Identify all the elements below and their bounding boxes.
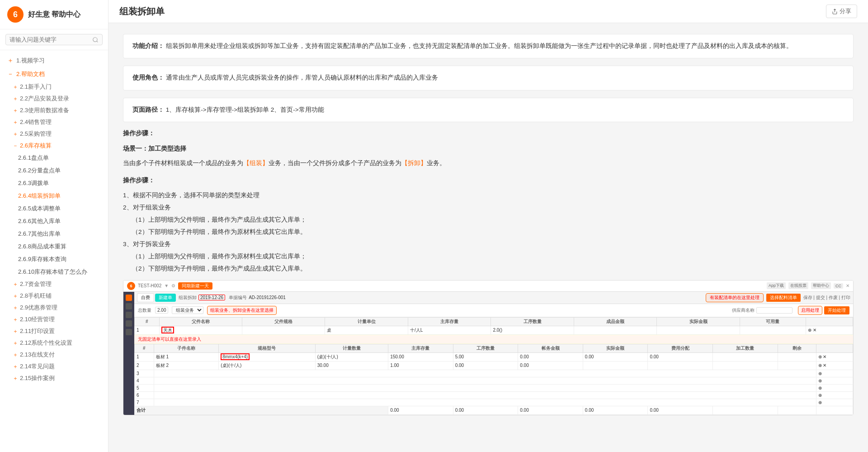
role-title: 使用角色：: [132, 74, 164, 81]
sidebar-item-leaf266[interactable]: 2.6.6其他入库单: [0, 215, 108, 228]
minus-icon: －: [13, 143, 18, 149]
mock-sidebar-icon-1: [126, 303, 132, 309]
plus-icon: ＋: [13, 340, 18, 346]
sidebar-item-leaf269[interactable]: 2.6.9库存账本查询: [0, 253, 108, 266]
sidebar-item-sub21[interactable]: ＋2.1新手入门: [0, 81, 108, 93]
mock-tab-new[interactable]: 新建单: [155, 294, 176, 302]
role-text: 通常由生产人员或库管人员完成拆装业务的操作，库管人员确认原材料的出库和产成品的入…: [166, 74, 438, 81]
plus-icon: ＋: [13, 305, 18, 311]
table-row: 1 板材 1 8mmx4(k+4) (桌)(十/人) 150.00 5.00 0…: [135, 352, 853, 361]
nav-list: ＋ 1.视频学习 － 2.帮助文档 ＋2.1新手入门 ＋2.2产品安装及登录 ＋…: [0, 50, 108, 452]
search-area: [0, 29, 108, 50]
sidebar-item-cat2[interactable]: － 2.帮助文档: [0, 67, 108, 81]
sidebar-item-sub25[interactable]: ＋2.5采购管理: [0, 128, 108, 140]
table-row: 2 板材 2 (桌)(十/人) 30.00 1.00 0.00 0.00: [135, 361, 853, 370]
ops-steps-sub-title: 操作步骤：: [123, 176, 854, 185]
step2-sub1: （1）上部明细为父件明细，最终作为产成品生成其它入库单；: [123, 214, 854, 226]
mock-type-select[interactable]: 组装业务 拆卸业务: [172, 306, 203, 314]
sidebar-item-sub213[interactable]: ＋2.13在线支付: [0, 349, 108, 361]
mock-header-id: TEST-H002: [138, 283, 161, 288]
mock-sidebar-icon-4: [126, 329, 132, 335]
sidebar: 6 好生意 帮助中心 ＋ 1.视频学习 － 2.帮助文档 ＋2.1新手入门 ＋2…: [0, 0, 108, 452]
mock-th-avail: 可用量: [740, 317, 806, 326]
sidebar-item-sub215[interactable]: ＋2.15操作案例: [0, 372, 108, 384]
sidebar-item-leaf261[interactable]: 2.6.1盘点单: [0, 152, 108, 164]
page-title: 组装拆卸单: [119, 5, 165, 18]
mock-lower-table: # 子件名称 规格型号 计量数量 主库存量 工序数量 帐务金额 实际金额 费用分: [134, 344, 853, 415]
table-row: 3⊕: [135, 370, 853, 377]
mock-form-no-label: 单据编号: [229, 295, 247, 301]
sidebar-item-sub28[interactable]: ＋2.8手机旺铺: [0, 290, 108, 302]
mock-top-icon-help: 帮助中心: [811, 282, 831, 289]
mock-new-btn[interactable]: 同期新建一天: [178, 282, 212, 290]
sidebar-item-sub24[interactable]: ＋2.4销售管理: [0, 116, 108, 128]
mock-start-btn[interactable]: 开始处理: [824, 306, 849, 314]
mock-form-row: 总数量 2.00 组装业务 拆卸业务 组装业务、拆卸业务在这里选择: [134, 304, 853, 317]
plus-icon: ＋: [13, 375, 18, 381]
sidebar-item-sub212[interactable]: ＋2.12系统个性化设置: [0, 337, 108, 349]
step3: 3、对于拆装业务: [123, 238, 854, 250]
mock-tab-zifei[interactable]: 自费: [137, 293, 154, 302]
mock-ui: 6 TEST-H002 ▼ ⚙ 同期新建一天 App下载 在线投票 帮助中心 C…: [123, 281, 853, 415]
intro-block: 功能介绍： 组装拆卸单用来处理企业组装或拆卸等加工业务，支持有固定装配清单的产品…: [123, 34, 854, 58]
mock-th-unit: 计量单位: [325, 317, 408, 326]
plus-icon: ＋: [13, 352, 18, 358]
mock-qty-label: 总数量: [138, 307, 151, 314]
sidebar-item-leaf265[interactable]: 2.6.5成本调整单: [0, 202, 108, 215]
mock-qty-value: 2.00: [155, 307, 168, 314]
logo-area: 6 好生意 帮助中心: [0, 0, 108, 29]
sidebar-item-leaf264[interactable]: 2.6.4组装拆卸单: [0, 190, 108, 202]
table-row: 7⊕: [135, 399, 853, 406]
mock-action-btns: 保存 | 提交 | 作废 | 打印: [803, 295, 850, 301]
mock-th-action: [806, 317, 853, 326]
sidebar-item-sub214[interactable]: ＋2.14常见问题: [0, 361, 108, 372]
mock-brand-icon: 6: [127, 282, 135, 290]
mock-table-footer: 合计 0.00 0.00 0.00 0.00 0.00: [135, 406, 853, 414]
sidebar-item-sub29[interactable]: ＋2.9优惠券管理: [0, 302, 108, 314]
mock-form-label-date: 组装拆卸: [179, 295, 197, 301]
table-row: 5⊕: [135, 384, 853, 391]
mock-form-no-value: AD-20191226-001: [249, 295, 286, 300]
mock-supplier-input[interactable]: [756, 307, 793, 314]
plus-icon: ＋: [13, 281, 18, 287]
mock-select-bom-btn[interactable]: 选择配料清单: [766, 294, 801, 302]
table-row: 4⊕: [135, 377, 853, 384]
sidebar-item-leaf2610[interactable]: 2.6.10库存账本错了怎么办: [0, 266, 108, 278]
scene1-title: 场景一：加工类型选择: [123, 145, 854, 153]
search-input[interactable]: [9, 36, 92, 43]
mock-top-icon-vote: 在线投票: [788, 282, 808, 289]
table-row: 6⊕: [135, 391, 853, 399]
step3-sub1: （1）上部明细为父件明细，最终作为原材料生成其它出库单；: [123, 250, 854, 262]
sidebar-item-leaf268[interactable]: 2.6.8商品成本重算: [0, 240, 108, 253]
plus-icon: ＋: [13, 293, 18, 299]
mock-sidebar-icon-3: [126, 320, 132, 327]
scene1-desc: 当由多个子件材料组装成一个成品的业务为【组装】业务，当由一个父件拆分成多个子产品…: [123, 157, 854, 169]
mock-upper-table-container: # 父件名称 父件规格 计量单位 主库存量 工序数量 成品金额 实际金额 可用量: [134, 317, 853, 335]
sidebar-item-leaf262[interactable]: 2.6.2分量盘点单: [0, 164, 108, 177]
sidebar-item-sub22[interactable]: ＋2.2产品安装及登录: [0, 93, 108, 105]
sidebar-item-leaf267[interactable]: 2.6.7其他出库单: [0, 228, 108, 240]
plus-icon: ＋: [13, 84, 18, 90]
step3-sub2: （2）下部明细为子件明细，最终作为产成品生成其它入库单。: [123, 262, 854, 275]
plus-icon: ＋: [13, 328, 18, 334]
sidebar-item-cat1[interactable]: ＋ 1.视频学习: [0, 54, 108, 67]
minus-icon: －: [7, 70, 14, 78]
share-icon: [832, 9, 838, 14]
annotation-bom: 有装配清单的在这里处理: [706, 293, 764, 302]
mock-th-parent-spec: 父件规格: [242, 317, 325, 326]
sidebar-item-sub211[interactable]: ＋2.11打印设置: [0, 325, 108, 337]
plus-icon: ＋: [13, 107, 18, 114]
share-button[interactable]: 分享: [826, 5, 857, 18]
sidebar-item-sub210[interactable]: ＋2.10经营管理: [0, 314, 108, 325]
plus-icon: ＋: [7, 57, 14, 65]
mock-th-actual-amount: 实际金额: [657, 317, 740, 326]
mock-th-num: #: [135, 317, 160, 326]
sidebar-item-sub23[interactable]: ＋2.3使用前数据准备: [0, 105, 108, 116]
mock-close-icon: ✕: [846, 283, 849, 288]
step2: 2、对于组装业务: [123, 201, 854, 214]
sidebar-item-leaf263[interactable]: 2.6.3调拨单: [0, 177, 108, 190]
sidebar-item-sub27[interactable]: ＋2.7资金管理: [0, 278, 108, 290]
sidebar-item-sub26[interactable]: －2.6库存核算: [0, 140, 108, 152]
mock-supplier-label: 供应商名称: [732, 307, 755, 314]
intro-title: 功能介绍：: [132, 43, 164, 49]
